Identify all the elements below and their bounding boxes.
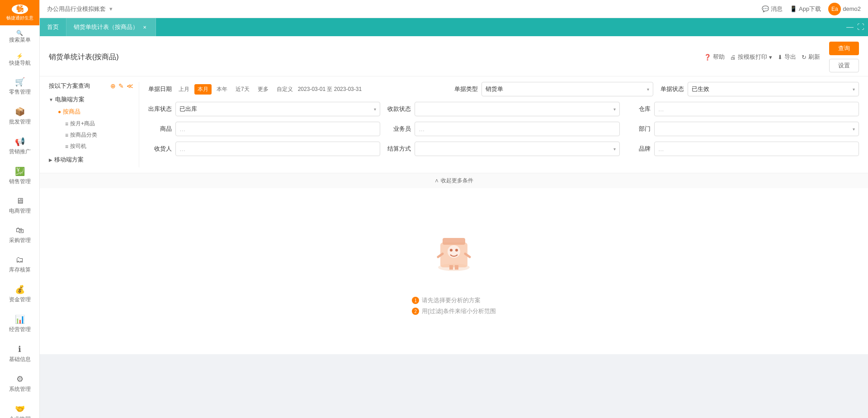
tab-close-icon[interactable]: ✕ <box>141 24 148 31</box>
sales-icon: 💹 <box>15 166 25 176</box>
empty-hint1: 请先选择要分析的方案 <box>422 296 481 304</box>
help-label: 帮助 <box>713 53 725 61</box>
sidebar-item-marketing[interactable]: 📢 营销推广 <box>0 131 39 161</box>
empty-state: 1 请先选择要分析的方案 2 用[过滤]条件来缩小分析范围 <box>40 188 868 354</box>
help-btn[interactable]: ❓ 帮助 <box>704 53 725 61</box>
filter-warehouse: 仓库 … <box>625 102 859 116</box>
sidebar-item-sales[interactable]: 💹 销售管理 <box>0 161 39 191</box>
avatar-initials: Ea <box>831 6 838 12</box>
settings-button[interactable]: 设置 <box>829 59 859 72</box>
tab-minimize-icon[interactable]: — <box>846 23 854 31</box>
scheme-group-mobile: ▶ 移动端方案 <box>49 154 133 166</box>
date-btn-last-month[interactable]: 上月 <box>175 84 193 95</box>
status-value: 已生效 <box>692 85 709 93</box>
print-btn[interactable]: 🖨 按模板打印 ▾ <box>730 53 772 61</box>
help-icon: ❓ <box>704 54 711 61</box>
date-btn-last7days[interactable]: 近7天 <box>232 84 253 95</box>
scheme-sub-item-by-company[interactable]: ≡ 按司机 <box>49 141 133 152</box>
receiver-dots: … <box>179 146 185 152</box>
refresh-btn[interactable]: ↻ 刷新 <box>802 53 820 61</box>
filter-type: 单据类型 销货单 ▾ <box>453 82 653 96</box>
payment-select[interactable]: ▾ <box>415 102 619 116</box>
outbound-value: 已出库 <box>179 105 197 113</box>
main-area: 办公用品行业模拟账套 ▾ 💬 消息 📱 App下载 Ea demo2 首页 <box>40 0 868 418</box>
sidebar-item-system[interactable]: ⚙ 系统管理 <box>0 369 39 399</box>
user-avatar-btn[interactable]: Ea demo2 <box>828 3 861 15</box>
product-select[interactable]: … <box>175 122 380 136</box>
warehouse-select[interactable]: … <box>654 102 859 116</box>
outbound-label: 出库状态 <box>146 105 172 113</box>
message-btn[interactable]: 💬 消息 <box>762 5 783 13</box>
sidebar-item-finance[interactable]: 💰 资金管理 <box>0 279 39 309</box>
empty-text: 1 请先选择要分析的方案 2 用[过滤]条件来缩小分析范围 <box>412 296 495 318</box>
filter-product: 商品 … <box>146 122 380 136</box>
product-label: 商品 <box>146 125 172 133</box>
message-label: 消息 <box>771 5 783 13</box>
sidebar-item-ecommerce[interactable]: 🖥 电商管理 <box>0 191 39 220</box>
salesperson-dots: … <box>419 126 425 133</box>
svg-point-4 <box>450 249 453 252</box>
scheme-group-header-mobile[interactable]: ▶ 移动端方案 <box>49 154 133 166</box>
scheme-item-by-product[interactable]: ● 按商品 <box>49 105 133 118</box>
settlement-select[interactable]: ▾ <box>415 142 619 156</box>
empty-illustration <box>427 224 481 287</box>
top-bar: 办公用品行业模拟账套 ▾ 💬 消息 📱 App下载 Ea demo2 <box>40 0 868 18</box>
scheme-edit-icon[interactable]: ✎ <box>118 82 124 90</box>
payment-label: 收款状态 <box>386 105 411 113</box>
brand-select[interactable]: … <box>654 142 859 156</box>
scheme-add-icon[interactable]: ⊕ <box>110 82 116 90</box>
sidebar-item-enterprise[interactable]: 🤝 企业协同 <box>0 399 39 418</box>
tab-maximize-icon[interactable]: ⛶ <box>857 23 864 31</box>
sidebar-item-basic[interactable]: ℹ 基础信息 <box>0 339 39 369</box>
print-label: 按模板打印 <box>738 53 767 61</box>
salesperson-select[interactable]: … <box>415 122 619 136</box>
industry-dropdown-icon[interactable]: ▾ <box>109 5 113 12</box>
scheme-group-header-pc[interactable]: ▼ 电脑端方案 <box>49 94 133 105</box>
scheme-panel: 按以下方案查询 ⊕ ✎ ≪ ▼ 电脑端方案 ● <box>49 82 139 167</box>
content-area: 销货单统计表(按商品) ❓ 帮助 🖨 按模板打印 ▾ ⬇ 导出 <box>40 36 868 418</box>
warehouse-dots: … <box>658 106 664 113</box>
date-btn-more[interactable]: 更多 <box>255 84 272 95</box>
export-btn[interactable]: ⬇ 导出 <box>778 53 796 61</box>
app-download-btn[interactable]: 📱 App下载 <box>790 5 821 13</box>
sidebar-item-retail[interactable]: 🛒 零售管理 <box>0 71 39 101</box>
sidebar-search-menu[interactable]: 🔍 搜索菜单 <box>9 25 31 48</box>
dept-select[interactable]: ▾ <box>654 122 859 136</box>
quick-nav-icon: ⚡ <box>16 53 23 59</box>
message-icon: 💬 <box>762 5 769 12</box>
sidebar-item-wholesale[interactable]: 📦 批发管理 <box>0 101 39 131</box>
sidebar-item-inventory[interactable]: 🗂 库存核算 <box>0 250 39 279</box>
sales-label: 销售管理 <box>9 178 31 185</box>
outbound-select[interactable]: 已出库 ▾ <box>175 102 380 116</box>
scheme-sub-item-by-category[interactable]: ≡ 按商品分类 <box>49 129 133 141</box>
filter-row-3: 商品 … 业务员 … 部门 <box>146 122 859 136</box>
dept-dropdown-icon: ▾ <box>853 127 855 132</box>
receiver-select[interactable]: … <box>175 142 380 156</box>
sidebar-quick-nav[interactable]: ⚡ 快捷导航 <box>9 48 31 71</box>
tab-home[interactable]: 首页 <box>40 18 66 36</box>
sidebar-item-operations[interactable]: 📊 经营管理 <box>0 309 39 339</box>
status-select[interactable]: 已生效 ▾ <box>688 82 859 96</box>
tab-sales-stat[interactable]: 销货单统计表（按商品） ✕ <box>66 18 156 36</box>
brand-dots: … <box>658 146 664 152</box>
app-download-icon: 📱 <box>790 5 797 12</box>
scheme-group-pc: ▼ 电脑端方案 ● 按商品 ≡ 按月+商品 <box>49 94 133 152</box>
action-btns: 查询 设置 <box>826 42 859 72</box>
date-btn-this-year[interactable]: 本年 <box>213 84 231 95</box>
type-value: 销货单 <box>486 85 503 93</box>
scheme-header-label: 按以下方案查询 <box>49 82 108 90</box>
date-btn-this-month[interactable]: 本月 <box>194 84 212 95</box>
purchase-icon: 🛍 <box>16 226 24 235</box>
scheme-sub-item-by-month-product[interactable]: ≡ 按月+商品 <box>49 118 133 129</box>
collapse-bar[interactable]: ∧ 收起更多条件 <box>40 173 868 188</box>
filter-salesperson: 业务员 … <box>386 122 619 136</box>
type-select[interactable]: 销货单 ▾ <box>481 82 653 96</box>
filter-status: 单据状态 已生效 ▾ <box>659 82 859 96</box>
query-button[interactable]: 查询 <box>829 42 859 55</box>
receiver-label: 收货人 <box>146 145 172 153</box>
scheme-collapse-icon[interactable]: ≪ <box>127 82 133 90</box>
wholesale-label: 批发管理 <box>9 118 31 126</box>
date-btn-custom[interactable]: 自定义 <box>274 84 296 95</box>
category-icon: ≡ <box>65 132 68 138</box>
sidebar-item-purchase[interactable]: 🛍 采购管理 <box>0 220 39 250</box>
